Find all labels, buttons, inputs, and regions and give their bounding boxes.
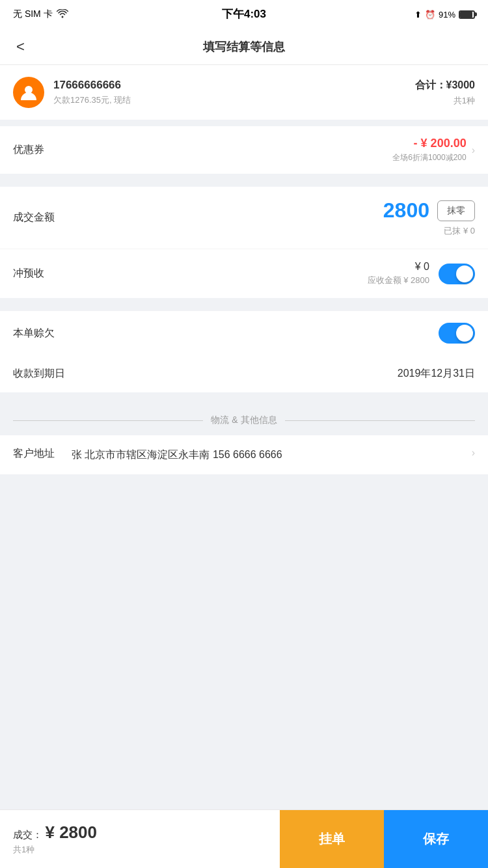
battery-percent: 91%: [439, 10, 455, 20]
pending-button[interactable]: 挂单: [280, 810, 384, 869]
due-date-value: 2019年12月31日: [398, 367, 475, 381]
prepay-amount-info: ¥ 0 应收金额 ¥ 2800: [368, 261, 429, 286]
coupon-row[interactable]: 优惠券 - ¥ 200.00 全场6折满1000减200 ›: [0, 126, 488, 174]
prepay-toggle[interactable]: [439, 264, 475, 284]
deal-amount-section: 成交金额 2800 抹零 已抹 ¥ 0 冲预收 ¥ 0 应收金额 ¥ 2800: [0, 187, 488, 298]
bottom-summary: 成交： ¥ 2800 共1种: [0, 822, 280, 856]
bottom-summary-count: 共1种: [13, 844, 267, 856]
divider-3: [0, 399, 488, 405]
due-date-label: 收款到期日: [13, 367, 65, 381]
total-amount: 合计：¥3000: [415, 79, 476, 92]
back-button[interactable]: <: [13, 35, 28, 59]
deal-amount-label: 成交金额: [13, 211, 65, 224]
address-chevron-icon: ›: [472, 447, 475, 459]
bottom-bar: 成交： ¥ 2800 共1种 挂单 保存: [0, 809, 488, 868]
nav-bar: < 填写结算等信息: [0, 29, 488, 65]
page-title: 填写结算等信息: [203, 39, 285, 55]
prepay-toggle-knob: [456, 265, 473, 282]
alarm-icon: ⏰: [425, 10, 435, 20]
deal-amount-right: 2800 抹零 已抹 ¥ 0: [383, 198, 475, 237]
save-button[interactable]: 保存: [384, 810, 488, 869]
due-date-row: 收款到期日 2019年12月31日: [0, 355, 488, 392]
debt-label: 本单赊欠: [13, 327, 65, 340]
deal-amount-row: 成交金额 2800 抹零 已抹 ¥ 0: [0, 187, 488, 249]
prepay-amount: ¥ 0: [368, 261, 429, 273]
debt-toggle[interactable]: [439, 323, 475, 344]
bottom-summary-label-amount: 成交： ¥ 2800: [13, 822, 267, 843]
customer-details: 17666666666 欠款1276.35元, 现结: [53, 79, 131, 106]
deal-amount-value: 2800: [383, 198, 429, 223]
customer-debt: 欠款1276.35元, 现结: [53, 94, 131, 106]
logistics-section-title: 物流 & 其他信息: [0, 405, 488, 435]
coupon-info: - ¥ 200.00 全场6折满1000减200: [392, 137, 466, 163]
bottom-summary-amount: ¥ 2800: [45, 822, 97, 842]
bottom-summary-label: 成交：: [13, 829, 42, 840]
deal-amount-value-row: 2800 抹零: [383, 198, 475, 223]
coupon-desc: 全场6折满1000减200: [392, 152, 466, 163]
debt-row: 本单赊欠: [0, 311, 488, 355]
coupon-chevron-icon: ›: [472, 144, 475, 156]
divider-line-right: [285, 420, 475, 421]
status-bar: 无 SIM 卡 下午4:03 ⬆ ⏰ 91%: [0, 0, 488, 29]
customer-total: 合计：¥3000 共1种: [415, 79, 476, 107]
prepay-right: ¥ 0 应收金额 ¥ 2800: [368, 261, 475, 286]
address-row[interactable]: 客户地址 张 北京市市辖区海淀区永丰南 156 6666 6666 ›: [0, 435, 488, 474]
battery-icon: [459, 10, 475, 19]
content: 17666666666 欠款1276.35元, 现结 合计：¥3000 共1种 …: [0, 65, 488, 539]
total-count: 共1种: [415, 95, 476, 107]
status-left: 无 SIM 卡: [13, 8, 68, 20]
section-title-text: 物流 & 其他信息: [211, 414, 277, 426]
divider-2: [0, 305, 488, 311]
address-label: 客户地址: [13, 447, 65, 461]
customer-phone: 17666666666: [53, 79, 131, 92]
customer-info-left: 17666666666 欠款1276.35元, 现结: [13, 77, 131, 108]
status-time: 下午4:03: [222, 7, 266, 21]
prepay-label: 冲预收: [13, 267, 65, 280]
coupon-label: 优惠券: [13, 143, 44, 157]
no-sim-label: 无 SIM 卡: [13, 8, 53, 20]
avatar: [13, 77, 44, 108]
coupon-amount: - ¥ 200.00: [392, 137, 466, 150]
deal-amount-sub: 已抹 ¥ 0: [383, 225, 475, 237]
location-icon: ⬆: [414, 10, 422, 20]
address-value: 张 北京市市辖区海淀区永丰南 156 6666 6666: [65, 447, 467, 463]
prepay-sub: 应收金额 ¥ 2800: [368, 275, 429, 286]
status-right: ⬆ ⏰ 91%: [414, 10, 475, 20]
debt-toggle-knob: [456, 325, 473, 342]
round-button[interactable]: 抹零: [437, 200, 475, 221]
divider-1: [0, 180, 488, 187]
wifi-icon: [57, 9, 68, 20]
prepay-row: 冲预收 ¥ 0 应收金额 ¥ 2800: [0, 249, 488, 298]
debt-section: 本单赊欠 收款到期日 2019年12月31日: [0, 311, 488, 392]
customer-card: 17666666666 欠款1276.35元, 现结 合计：¥3000 共1种: [0, 65, 488, 120]
divider-line-left: [13, 420, 203, 421]
